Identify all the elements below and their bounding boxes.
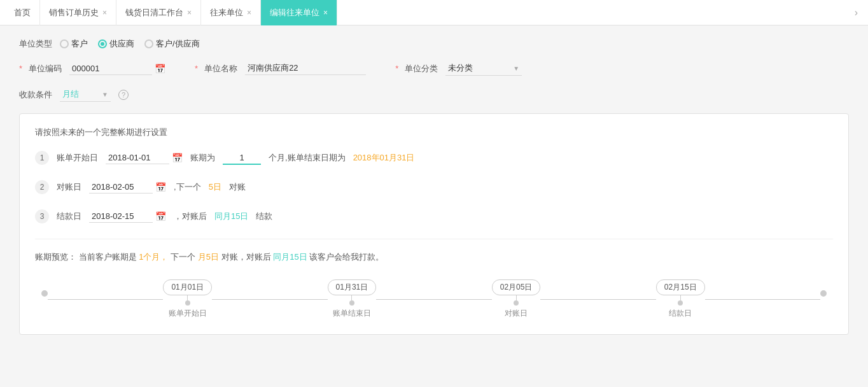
preview-highlight3: 同月15日 [273, 252, 307, 262]
step-3-note-prefix: ，对账后 [174, 211, 207, 222]
unit-code-label: 单位编码 [29, 63, 62, 74]
step-1-date-input[interactable] [106, 151, 169, 164]
page-content: 单位类型 客户 供应商 客户/供应商 * 单位编码 📅 * 单位名称 [0, 25, 868, 382]
timeline-start-dot [41, 290, 48, 297]
payment-terms-value: 月结 [62, 88, 99, 100]
radio-customer[interactable]: 客户 [60, 38, 88, 50]
unit-type-row: 单位类型 客户 供应商 客户/供应商 [19, 38, 849, 50]
tab-sales-history[interactable]: 销售订单历史 × [40, 0, 116, 25]
tl-stem-4 [680, 295, 681, 300]
tl-stem-1 [187, 295, 188, 300]
step-1-date-wrap: 📅 [106, 151, 183, 164]
tl-dot-1 [185, 300, 190, 306]
tab-home[interactable]: 首页 [5, 0, 40, 25]
step-num-2: 2 [35, 180, 49, 194]
unit-type-label: 单位类型 [19, 38, 52, 50]
unit-category-label: 单位分类 [405, 63, 438, 74]
tl-label-3: 对账日 [505, 308, 528, 319]
radio-customer-supplier-label: 客户/供应商 [156, 38, 200, 50]
unit-name-label: 单位名称 [204, 63, 237, 74]
step-2-date-input[interactable] [89, 181, 153, 194]
unit-category-select[interactable]: 未分类 ▼ [445, 61, 522, 76]
preview-highlight1: 1个月， [139, 252, 168, 262]
radio-supplier[interactable]: 供应商 [98, 38, 134, 50]
step-row-3: 3 结款日 📅 ，对账后 同月15日 结款 [35, 209, 833, 223]
tl-line-1 [212, 299, 327, 300]
step-1-note-middle: 个月,账单结束日期为 [269, 152, 346, 164]
step-1-calendar-icon[interactable]: 📅 [172, 153, 183, 163]
step-2-calendar-icon[interactable]: 📅 [155, 182, 166, 192]
preview-label: 账期预览： [35, 252, 76, 262]
tab-expand-button[interactable]: › [850, 7, 863, 18]
tl-line-3 [540, 299, 655, 300]
tab-partner-units[interactable]: 往来单位 × [201, 0, 261, 25]
tl-line-0 [48, 299, 163, 300]
step-label-1: 账单开始日 [57, 152, 98, 164]
payment-terms-arrow: ▼ [102, 91, 108, 98]
step-2-note-prefix: ,下一个 [174, 181, 201, 193]
preview-plain4: 该客户会给我打款。 [309, 252, 384, 262]
unit-code-input[interactable] [69, 62, 152, 75]
tl-stem-2 [351, 295, 352, 300]
close-edit-partner[interactable]: × [323, 8, 328, 17]
close-partner-units[interactable]: × [247, 8, 251, 17]
tl-badge-3: 02月05日 [492, 279, 541, 295]
tl-label-1: 账单开始日 [169, 308, 207, 319]
step-3-date-input[interactable] [89, 210, 153, 223]
tl-badge-2: 01月31日 [328, 279, 377, 295]
tab-cash-workbench[interactable]: 钱货日清工作台 × [116, 0, 201, 25]
unit-code-required: * [19, 64, 22, 73]
step-3-date-wrap: 📅 [89, 210, 166, 223]
step-1-month-input[interactable] [223, 151, 261, 165]
timeline-end-dot [820, 290, 827, 297]
step-row-2: 2 对账日 📅 ,下一个 5日 对账 [35, 180, 833, 194]
tl-dot-4 [678, 300, 683, 306]
step-2-date-wrap: 📅 [89, 181, 166, 194]
step-num-3: 3 [35, 209, 49, 223]
payment-terms-help[interactable]: ? [118, 90, 129, 100]
unit-name-input[interactable] [245, 62, 366, 75]
unit-name-wrap [245, 62, 366, 75]
tab-edit-partner[interactable]: 编辑往来单位 × [261, 0, 337, 25]
settings-title: 请按照未来的一个完整帐期进行设置 [35, 127, 833, 138]
tl-badge-1: 01月01日 [163, 279, 212, 295]
unit-type-radio-group: 客户 供应商 客户/供应商 [60, 38, 200, 50]
step-3-calendar-icon[interactable]: 📅 [155, 211, 166, 222]
unit-category-arrow: ▼ [513, 65, 519, 72]
tl-label-2: 账单结束日 [333, 308, 371, 319]
radio-supplier-circle [98, 39, 107, 48]
preview-text: 账期预览： 当前客户账期是 1个月， 下一个 月5日 对账，对账后 同月15日 … [35, 250, 833, 264]
radio-customer-label: 客户 [71, 38, 88, 50]
step-1-end-date: 2018年01月31日 [353, 152, 415, 164]
tl-badge-4: 02月15日 [656, 279, 705, 295]
step-num-1: 1 [35, 151, 49, 165]
step-2-note-suffix: 对账 [229, 181, 246, 193]
tl-line-4 [705, 299, 820, 300]
tl-node-4: 02月15日 结款日 [656, 279, 705, 319]
close-sales-history[interactable]: × [102, 8, 107, 17]
radio-customer-supplier[interactable]: 客户/供应商 [144, 38, 200, 50]
payment-terms-row: 收款条件 月结 ▼ ? [19, 87, 849, 102]
tl-node-1: 01月01日 账单开始日 [163, 279, 212, 319]
preview-plain2: 下一个 [171, 252, 195, 262]
tl-node-3: 02月05日 对账日 [492, 279, 541, 319]
step-3-note-suffix: 结款 [256, 211, 272, 222]
tl-label-4: 结款日 [669, 308, 692, 319]
radio-supplier-label: 供应商 [109, 38, 134, 50]
radio-customer-supplier-circle [144, 39, 153, 48]
tl-dot-3 [514, 300, 519, 306]
close-cash-workbench[interactable]: × [187, 8, 192, 17]
payment-terms-select[interactable]: 月结 ▼ [60, 87, 111, 102]
preview-highlight2: 月5日 [198, 252, 219, 262]
unit-code-icon[interactable]: 📅 [155, 64, 165, 74]
tl-stem-3 [516, 295, 517, 300]
unit-category-required: * [395, 64, 398, 73]
unit-info-row: * 单位编码 📅 * 单位名称 * 单位分类 未分类 ▼ [19, 61, 849, 76]
settings-card: 请按照未来的一个完整帐期进行设置 1 账单开始日 📅 账期为 个月,账单结束日期… [19, 113, 849, 335]
preview-plain3: 对账，对账后 [221, 252, 271, 262]
unit-code-wrap: 📅 [69, 62, 165, 75]
step-label-3: 结款日 [57, 211, 81, 222]
payment-terms-label: 收款条件 [19, 89, 52, 101]
tl-node-2: 01月31日 账单结束日 [328, 279, 377, 319]
step-row-1: 1 账单开始日 📅 账期为 个月,账单结束日期为 2018年01月31日 [35, 151, 833, 165]
